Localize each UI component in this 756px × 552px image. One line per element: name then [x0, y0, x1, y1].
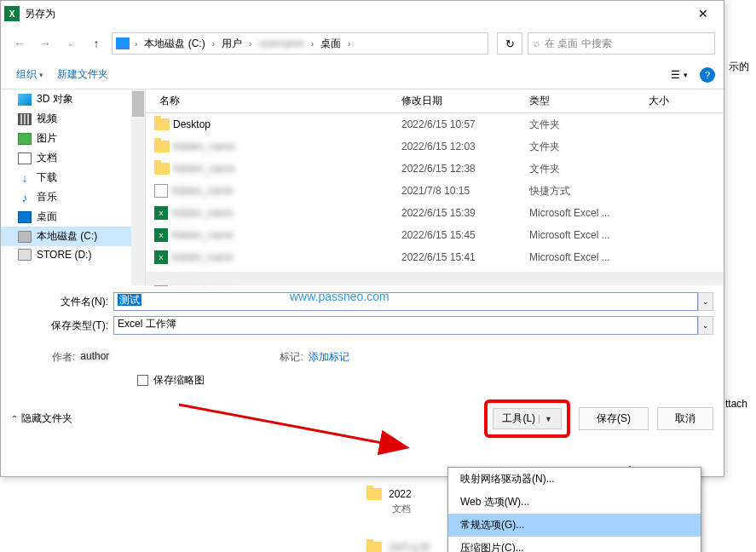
new-folder-button[interactable]: 新建文件夹 [50, 64, 115, 85]
file-type: 文件夹 [529, 162, 649, 176]
save-button[interactable]: 保存(S) [579, 407, 649, 430]
filetype-select[interactable]: Excel 工作簿 [113, 316, 698, 335]
filename-label: 文件名(N): [11, 295, 113, 309]
tag-value[interactable]: 添加标记 [309, 350, 349, 365]
sidebar-item[interactable]: 视频 [1, 109, 145, 129]
menu-item-compress[interactable]: 压缩图片(C)... [448, 537, 701, 552]
file-row[interactable]: Xhidden_name2022/6/15 15:45Microsoft Exc… [146, 224, 724, 246]
menu-item-map-drive[interactable]: 映射网络驱动器(N)... [448, 468, 701, 491]
sidebar-item[interactable]: 本地磁盘 (C:) [1, 227, 145, 246]
ico-disk-icon [18, 231, 32, 243]
thumbnail-checkbox[interactable] [137, 375, 148, 386]
file-date: 2022/6/15 10:57 [401, 118, 529, 130]
help-button[interactable]: ? [700, 67, 715, 83]
file-list-header: 名称 修改日期 类型 大小 [146, 89, 724, 113]
sidebar-item-label: 3D 对象 [37, 92, 73, 106]
recent-dropdown[interactable]: ⌄ [61, 33, 81, 54]
search-icon: ⌕ [534, 37, 540, 49]
nav-bar: ← → ⌄ ↑ › 本地磁盘 (C:) › 用户 › username › 桌面… [1, 26, 724, 60]
file-date: 2022/6/15 15:41 [401, 251, 529, 263]
file-date: 2022/6/15 15:45 [401, 229, 529, 241]
sidebar-scrollbar[interactable] [131, 89, 145, 285]
horizontal-scrollbar[interactable] [146, 272, 724, 285]
folder-icon [154, 118, 170, 130]
sidebar-item-label: 下载 [37, 170, 57, 185]
excel-file-icon: X [154, 228, 168, 242]
file-name: Desktop [173, 118, 211, 130]
breadcrumb-item[interactable]: username [255, 36, 307, 51]
file-name: hidden_name [173, 163, 235, 175]
titlebar: X 另存为 ✕ [1, 1, 724, 26]
tools-button[interactable]: 工具(L) ▼ [493, 408, 562, 429]
tools-dropdown-menu: 映射网络驱动器(N)... Web 选项(W)... 常规选项(G)... 压缩… [447, 467, 701, 552]
sidebar-item[interactable]: 文档 [1, 148, 145, 168]
ico-music-icon: ♪ [18, 192, 32, 204]
bg-file-sub: 文档 [392, 503, 430, 515]
sidebar-item[interactable]: STORE (D:) [1, 246, 145, 263]
file-name: hidden_name [173, 141, 235, 152]
cancel-button[interactable]: 取消 [657, 407, 713, 430]
file-name: hidden_name [171, 251, 234, 263]
breadcrumb-item[interactable]: 桌面 [317, 35, 344, 53]
sidebar-item[interactable]: 图片 [1, 129, 145, 148]
folder-icon [366, 488, 382, 500]
excel-icon: X [4, 6, 20, 21]
metadata-row: 作者: author 标记: 添加标记 [1, 347, 724, 368]
sidebar-item[interactable]: 桌面 [1, 207, 145, 227]
close-button[interactable]: ✕ [686, 2, 720, 26]
filename-dropdown[interactable]: ⌄ [698, 292, 713, 311]
folder-icon [366, 542, 382, 552]
thumbnail-label: 保存缩略图 [153, 373, 205, 388]
list-icon: ☰ [671, 69, 680, 81]
annotation-highlight: 工具(L) ▼ [484, 400, 570, 438]
sidebar-item-label: 桌面 [37, 210, 57, 224]
sidebar-item[interactable]: 3D 对象 [1, 89, 145, 109]
organize-button[interactable]: 组织 [9, 64, 50, 85]
ico-store-icon [18, 249, 32, 261]
view-mode-button[interactable]: ☰ ▾ [666, 67, 693, 83]
refresh-button[interactable]: ↻ [497, 32, 522, 55]
sidebar: 3D 对象视频图片文档↓下载♪音乐桌面本地磁盘 (C:)STORE (D:) [1, 89, 146, 285]
menu-item-general-options[interactable]: 常规选项(G)... [448, 514, 701, 537]
bg-file-name: 2022 [389, 488, 412, 500]
author-value[interactable]: author [80, 350, 109, 365]
column-type[interactable]: 类型 [529, 94, 649, 108]
column-date[interactable]: 修改日期 [401, 94, 529, 108]
disk-icon [116, 37, 130, 49]
forward-button[interactable]: → [35, 33, 55, 54]
hide-folders-button[interactable]: 隐藏文件夹 [21, 411, 72, 426]
excel-file-icon: X [154, 250, 168, 264]
expand-icon[interactable]: ⌃ [11, 414, 18, 423]
sidebar-item[interactable]: ↓下载 [1, 168, 145, 187]
toolbar: 组织 新建文件夹 ☰ ▾ ? [1, 60, 724, 89]
file-name: hidden_name [171, 207, 234, 219]
sidebar-item-label: STORE (D:) [37, 249, 91, 261]
dialog-title: 另存为 [25, 7, 686, 21]
filetype-label: 保存类型(T): [11, 319, 113, 333]
sidebar-item[interactable]: ♪音乐 [1, 187, 145, 207]
file-row[interactable]: Xhidden_name2022/6/15 15:41Microsoft Exc… [146, 246, 724, 268]
filename-input[interactable]: 测试 [113, 292, 698, 311]
breadcrumb-item[interactable]: 用户 [218, 35, 245, 53]
file-type: Microsoft Excel ... [529, 229, 649, 241]
file-row[interactable]: hidden_name2021/7/8 10:15快捷方式 [146, 180, 724, 202]
breadcrumb-item[interactable]: 本地磁盘 (C:) [141, 35, 208, 53]
folder-icon [154, 141, 170, 152]
column-name[interactable]: 名称 [146, 94, 401, 108]
up-button[interactable]: ↑ [86, 33, 107, 54]
scrollbar-thumb[interactable] [132, 91, 144, 117]
menu-item-web-options[interactable]: Web 选项(W)... [448, 491, 701, 514]
file-row[interactable]: Xhidden_name2022/6/15 15:39Microsoft Exc… [146, 202, 724, 224]
file-row[interactable]: hidden_name2022/6/15 12:38文件夹 [146, 158, 724, 180]
file-type: Microsoft Excel ... [529, 207, 649, 219]
breadcrumb[interactable]: › 本地磁盘 (C:) › 用户 › username › 桌面 › [112, 32, 488, 55]
chevron-down-icon: ▼ [539, 415, 552, 423]
background-file-list: 2022 文档 ZMT运营 [366, 477, 430, 552]
file-row[interactable]: Desktop2022/6/15 10:57文件夹 [146, 113, 724, 135]
file-row[interactable]: hidden_name2022/6/15 12:03文件夹 [146, 135, 724, 158]
folder-icon [154, 163, 170, 175]
column-size[interactable]: 大小 [649, 94, 700, 108]
back-button[interactable]: ← [9, 33, 30, 54]
filetype-dropdown[interactable]: ⌄ [698, 316, 713, 335]
search-input[interactable]: ⌕ 在 桌面 中搜索 [528, 32, 715, 55]
